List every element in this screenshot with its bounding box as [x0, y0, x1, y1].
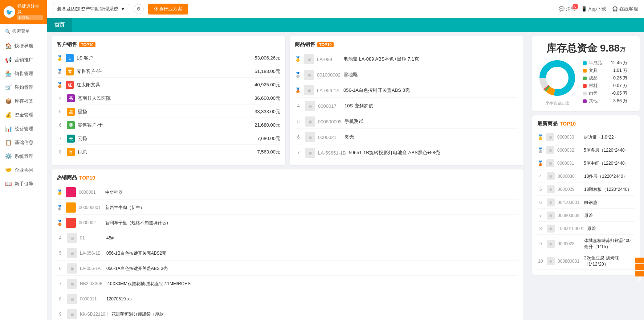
- marketing-icon: 📢: [5, 57, 12, 63]
- legend-label: 文具: [589, 67, 603, 74]
- sidebar: 🐦 畅捷通好生意 标准版 🔍 搜索菜单 🏠快捷导航📢营销推广🏪销售管理🛒采购管理…: [0, 0, 47, 320]
- sidebar-item-label: 采购管理: [15, 84, 33, 91]
- hot-products-title: 热销商品 TOP10: [57, 175, 518, 181]
- search-menu-area[interactable]: 🔍 搜索菜单: [0, 24, 47, 39]
- np-thumb: ▣: [547, 185, 555, 193]
- sidebar-item-cooperation[interactable]: 🤝企业协同: [0, 163, 47, 177]
- rank-medal: 🥉: [57, 82, 63, 88]
- rank-medal: 🥇: [57, 55, 63, 61]
- inventory-title: 库存总资金: [546, 42, 597, 54]
- product-thumb: ▣: [305, 116, 315, 127]
- sidebar-item-inventory[interactable]: 📦库存核算: [0, 94, 47, 108]
- product-thumb: ▣: [305, 101, 315, 111]
- rank-value: 40,925.00元: [254, 82, 280, 88]
- rank-value: 7,680.00元: [257, 135, 280, 142]
- rank-name: 零售客户-许: [77, 68, 252, 75]
- sidebar-item-guide[interactable]: 📖新手引导: [0, 177, 47, 191]
- np-code: 0000029: [558, 187, 581, 192]
- new-product-item: 🥇▣0000033封边带（1.0*22）: [537, 131, 635, 143]
- new-products-list: 🥇▣0000033封边带（1.0*22）🥈▣00000325厘多层（1220*2…: [537, 131, 635, 270]
- rank-item: 🥇LLS 客户53,006.26元: [57, 52, 280, 64]
- rank-avatar: 零: [67, 121, 75, 129]
- float-service-button[interactable]: 客服热线: [635, 258, 644, 263]
- service-button[interactable]: 🎧 在线客服: [612, 6, 638, 12]
- sidebar-item-operations[interactable]: 📊经营管理: [0, 122, 47, 136]
- legend-dot: [583, 77, 587, 80]
- float-service-button[interactable]: 服务社区: [635, 264, 644, 270]
- content-area: 客户销售TOP10 🥇LLS 客户53,006.26元🥈零零售客户-许51,18…: [47, 32, 644, 320]
- product-name: 智利车子里（规格不知道填什么）: [105, 220, 518, 226]
- legend-item: 材料0.07 万: [583, 83, 627, 89]
- customer-rank-list: 🥇LLS 客户53,006.26元🥈零零售客户-许51,183.00元🥉红红太阳…: [57, 52, 280, 158]
- search-menu-button[interactable]: 🔍 搜索菜单: [3, 27, 44, 36]
- product-code: 001000002: [317, 72, 341, 78]
- np-thumb: ▣: [546, 146, 554, 154]
- sidebar-item-label: 新手引导: [15, 181, 33, 187]
- rank-avatar: 零: [66, 67, 74, 75]
- product-name: 中华神器: [105, 189, 518, 196]
- search-icon: 🔍: [5, 29, 11, 34]
- product-thumb: ▣: [67, 263, 77, 274]
- sidebar-item-basics[interactable]: 📋基础信息: [0, 136, 47, 149]
- float-service-button[interactable]: 直播: [635, 271, 644, 276]
- nav-tabs: 首页: [47, 18, 644, 32]
- product-sales-item: 🥇▣LA-089电池盖 LA-089 ABS本色+黑种 7.1克: [295, 52, 518, 66]
- content-right: 库存总资金 9.88万: [528, 32, 644, 320]
- sidebar-item-finance[interactable]: 💰资金管理: [0, 108, 47, 122]
- system-selector[interactable]: 装备及固定资产辅助管理系统 ▼: [53, 4, 129, 14]
- search-menu-label: 搜索菜单: [12, 28, 30, 34]
- top-row: 客户销售TOP10 🥇LLS 客户53,006.26元🥈零零售客户-许51,18…: [52, 36, 523, 165]
- product-thumb: ▣: [305, 148, 315, 158]
- guide-icon: 📖: [5, 181, 12, 187]
- rank-number: 5: [57, 109, 64, 114]
- product-name: 12070519-xs: [106, 296, 518, 301]
- rank-number: 8: [537, 226, 544, 231]
- rank-number: 8: [57, 296, 64, 301]
- legend-label: 其他: [589, 98, 603, 104]
- settings-button[interactable]: ⚙: [134, 4, 144, 14]
- np-code: 003800001: [558, 259, 581, 264]
- sidebar-item-label: 系统管理: [15, 153, 33, 160]
- rank-value: 33,333.00元: [254, 108, 280, 115]
- np-code: 004100001: [558, 200, 581, 205]
- donut-chart: 库存资金占比: [537, 58, 577, 106]
- legend-dot: [583, 61, 587, 65]
- product-name: 2.0X30MM双搓花轴.搓花直径2.1MM/ROHS: [106, 281, 518, 287]
- product-code: LA-59651-1B: [318, 150, 346, 156]
- dropdown-icon: ▼: [121, 6, 125, 12]
- rank-number: 8: [57, 149, 64, 155]
- sidebar-item-sales[interactable]: 🏪销售管理: [0, 67, 47, 81]
- product-code: NB2.0X30B: [80, 281, 103, 286]
- product-code: 0000017: [318, 103, 342, 109]
- new-product-item: 🥈▣00000325厘多层（1220*2440）: [537, 144, 635, 156]
- topbar-right: 💬 消息 6 📱 App下载 🎧 在线客服: [559, 6, 638, 12]
- hot-product-item: 🥇0000001中华神器: [57, 185, 518, 200]
- legend-value: 0.07 万: [606, 83, 627, 89]
- legend-dot: [583, 69, 587, 73]
- sidebar-item-marketing[interactable]: 📢营销推广: [0, 53, 47, 67]
- sidebar-item-quick-nav[interactable]: 🏠快捷导航: [0, 39, 47, 53]
- rank-name: 苍南县人民医院: [78, 95, 252, 102]
- new-products-title: 最新商品 TOP10: [537, 120, 635, 127]
- sidebar-item-system[interactable]: ⚙️系统管理: [0, 149, 47, 163]
- legend-dot: [583, 92, 587, 95]
- system-icon: ⚙️: [5, 153, 12, 160]
- product-code: LA-056-1B: [80, 251, 103, 256]
- rank-name: 零售客户-于: [78, 122, 252, 128]
- message-icon: 💬: [559, 6, 564, 12]
- hot-product-item: 4▣0145#: [57, 231, 518, 245]
- np-name: 22g鱼豆腐-烧烤味（1*12*20）: [584, 255, 635, 267]
- rank-value: 7,563.00元: [257, 149, 280, 155]
- app-download-button[interactable]: 📱 App下载: [581, 6, 606, 12]
- rank-number: 5: [57, 251, 64, 256]
- message-button[interactable]: 💬 消息 6: [559, 6, 575, 12]
- product-sales-item: 🥈▣001000002雪地靴: [295, 68, 518, 82]
- tab-home[interactable]: 首页: [47, 18, 72, 32]
- hot-product-item: 5▣LA-056-1B056-1B白色按键开关壳ABS2壳: [57, 246, 518, 260]
- product-code: 000800005: [318, 119, 342, 124]
- trial-button[interactable]: 体验行业方案: [148, 4, 188, 15]
- quick-nav-icon: 🏠: [5, 43, 12, 49]
- rank-medal: 🥉: [295, 87, 301, 93]
- rank-medal: 🥉: [57, 220, 63, 226]
- sidebar-item-purchase[interactable]: 🛒采购管理: [0, 81, 47, 94]
